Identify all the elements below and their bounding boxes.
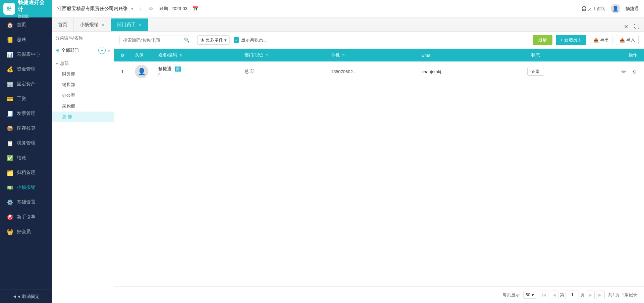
filter-icon: ⚗ (200, 38, 204, 43)
tab-action-area: ✕ ⛶ (622, 23, 644, 31)
search-icon[interactable]: 🔍 (184, 37, 190, 43)
guide-icon: 🎯 (7, 214, 13, 220)
dept-panel: 🔍 ⊞ 全部部门 + « ▼ 总部 财务部 销售部 (52, 32, 114, 303)
more-filter-button[interactable]: ⚗ 更多条件 ▾ (197, 35, 230, 45)
sidebar-item-inventory[interactable]: 📦 库存核算 (0, 121, 52, 136)
tab-home[interactable]: 首页 (52, 18, 74, 31)
dept-collapse-icon[interactable]: « (108, 48, 110, 53)
import-button[interactable]: 📥 导入 (616, 35, 639, 45)
export-button[interactable]: 📤 导出 (590, 35, 612, 45)
tax-icon: 📋 (7, 140, 13, 146)
user-avatar: 👤 (611, 4, 620, 13)
calendar-icon[interactable]: 📅 (192, 5, 199, 12)
right-panel: 🔍 ⚗ 更多条件 ▾ ✓ 显示离职员工 邀请 + 新增员工 (114, 32, 644, 303)
sidebar-item-membership[interactable]: 👑 好会员 (0, 224, 52, 239)
tab-expense[interactable]: 小畅报销 ✕ (74, 18, 111, 31)
tab-close-window-button[interactable]: ✕ (622, 23, 630, 31)
per-page-select[interactable]: 50 ▾ (523, 291, 536, 299)
dept-group-general[interactable]: ▼ 总部 (52, 58, 114, 69)
page-number-input[interactable] (566, 291, 579, 299)
dept-tree: ▼ 总部 财务部 销售部 办公室 采购部 总 部 (52, 57, 114, 303)
tab-maximize-button[interactable]: ⛶ (633, 23, 641, 31)
dept-search-input[interactable] (55, 35, 112, 40)
invite-button[interactable]: 邀请 (533, 35, 552, 45)
sidebar: 好 畅捷通好会计 旗舰版 🏠 首页 📒 总账 📊 云报表中心 💰 资金管理 🏢 … (0, 0, 52, 303)
row-actions-cell: ✏ ⎗ (569, 61, 644, 82)
add-employee-button[interactable]: + 新增员工 (556, 35, 586, 45)
show-resigned-checkbox[interactable]: ✓ 显示离职员工 (234, 37, 267, 43)
reports-icon: 📊 (7, 51, 13, 58)
dept-item-office[interactable]: 办公室 (52, 90, 114, 101)
dept-item-general[interactable]: 总 部 (52, 112, 114, 122)
sidebar-item-salary[interactable]: 💳 工资 (0, 91, 52, 106)
sidebar-item-expense[interactable]: 💵 小畅报销 (0, 180, 52, 195)
period-value: 2023-03 (171, 6, 187, 11)
company-dropdown-icon[interactable]: ▾ (131, 6, 133, 11)
sidebar-item-settings[interactable]: ⚙️ 基础设置 (0, 195, 52, 210)
add-company-button[interactable]: ＋ (137, 5, 145, 13)
sidebar-item-ledger[interactable]: 📒 总账 (0, 32, 52, 47)
headset-icon: 🎧 (581, 6, 587, 11)
table-row: 1 👤 畅捷通 部 (114, 61, 644, 82)
dept-item-finance[interactable]: 财务部 (52, 69, 114, 79)
sidebar-item-home[interactable]: 🏠 首页 (0, 17, 52, 32)
employee-logout-button[interactable]: ⎗ (631, 68, 637, 75)
sort-dept-icon: ⇅ (266, 53, 269, 57)
tab-dept-employee[interactable]: 部门员工 ✕ (111, 18, 148, 31)
company-name: 江西服宝精品有限责任公司内账张 (57, 6, 128, 12)
page-first-button[interactable]: |◀ (540, 291, 548, 299)
sidebar-nav: 🏠 首页 📒 总账 📊 云报表中心 💰 资金管理 🏢 固定资产 💳 工资 🧾 发… (0, 17, 52, 290)
employee-search-input[interactable] (123, 38, 182, 43)
close-period-icon: ✅ (7, 155, 13, 161)
edit-employee-button[interactable]: ✏ (620, 68, 627, 75)
tab-expense-close-icon[interactable]: ✕ (101, 23, 105, 27)
sort-name-icon: ⇅ (179, 53, 182, 57)
col-phone[interactable]: 手机 ⇅ (327, 49, 418, 61)
col-dept[interactable]: 部门/职位 ⇅ (240, 49, 327, 61)
sidebar-item-assets[interactable]: 🏢 固定资产 (0, 77, 52, 91)
dept-item-sales[interactable]: 销售部 (52, 79, 114, 90)
topbar: 江西服宝精品有限责任公司内账张 ▾ ＋ ⚙ 账期 2023-03 📅 🎧 人工咨… (52, 0, 644, 17)
per-page-chevron-icon: ▾ (532, 292, 534, 297)
employee-table: ⚙ 头像 姓名/编码 ⇅ 部门/职位 ⇅ (114, 49, 644, 82)
sidebar-item-close[interactable]: ✅ 结账 (0, 150, 52, 165)
sidebar-item-archive[interactable]: 🗂️ 归档管理 (0, 165, 52, 180)
settings-icon: ⚙️ (7, 199, 13, 206)
col-status: 状态 (502, 49, 569, 61)
home-icon: 🏠 (7, 21, 13, 28)
expense-icon: 💵 (7, 184, 13, 191)
sidebar-item-tax[interactable]: 📋 税务管理 (0, 136, 52, 150)
sidebar-pin-toggle[interactable]: ◄◄ 取消固定 (0, 290, 52, 303)
sidebar-item-invoice[interactable]: 🧾 发票管理 (0, 106, 52, 121)
grid-icon: ⊞ (55, 48, 59, 53)
sidebar-item-guide[interactable]: 🎯 新手引导 (0, 210, 52, 224)
company-settings-icon[interactable]: ⚙ (149, 5, 153, 12)
ledger-icon: 📒 (7, 36, 13, 43)
row-status-cell: 正常 (502, 61, 569, 82)
page-prev-button[interactable]: ◀ (550, 291, 558, 299)
col-settings[interactable]: ⚙ (114, 49, 131, 61)
employee-toolbar: 🔍 ⚗ 更多条件 ▾ ✓ 显示离职员工 邀请 + 新增员工 (114, 32, 644, 49)
page-suffix: 页 (580, 292, 585, 298)
sidebar-item-funds[interactable]: 💰 资金管理 (0, 62, 52, 77)
dept-item-purchase[interactable]: 采购部 (52, 101, 114, 112)
page-next-button[interactable]: ▶ (586, 291, 595, 299)
membership-icon: 👑 (7, 228, 13, 235)
logo-area: 好 畅捷通好会计 旗舰版 (0, 0, 52, 17)
employee-table-container: ⚙ 头像 姓名/编码 ⇅ 部门/职位 ⇅ (114, 49, 644, 286)
page-last-button[interactable]: ▶| (596, 291, 605, 299)
per-page-label: 每页显示 (502, 292, 520, 298)
employee-search-box: 🔍 (119, 36, 193, 44)
import-icon: 📥 (620, 38, 625, 43)
support-button[interactable]: 🎧 人工咨询 (581, 6, 605, 12)
dept-search-area: 🔍 (52, 32, 114, 44)
dept-badge: 部 (175, 67, 181, 72)
row-dept-cell: 总 部 (240, 61, 327, 82)
page-prefix: 第 (560, 292, 564, 298)
username-label[interactable]: 畅捷通 (626, 6, 639, 12)
pagination-bar: 每页显示 50 ▾ |◀ ◀ 第 页 ▶ ▶| 共1页, 1条记录 (114, 286, 644, 303)
dept-add-button[interactable]: + (98, 47, 106, 54)
tab-dept-employee-close-icon[interactable]: ✕ (139, 23, 142, 27)
col-name[interactable]: 姓名/编码 ⇅ (154, 49, 240, 61)
sidebar-item-reports[interactable]: 📊 云报表中心 (0, 47, 52, 62)
